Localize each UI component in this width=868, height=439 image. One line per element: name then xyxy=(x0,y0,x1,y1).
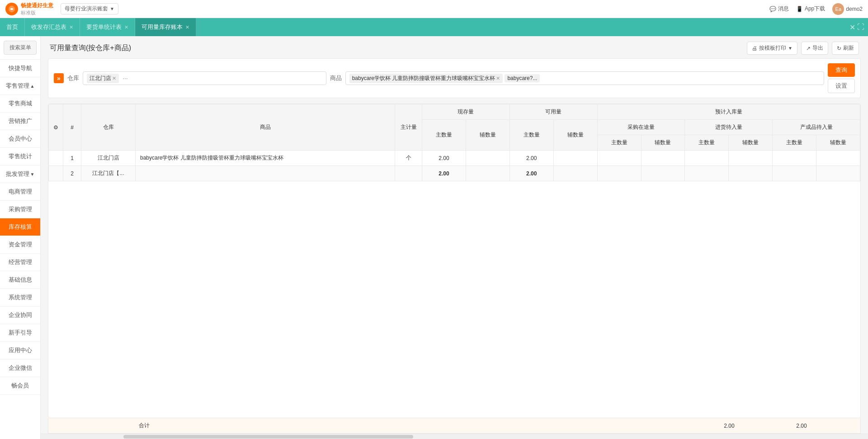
sidebar-item-inventory[interactable]: 库存核算 xyxy=(0,218,40,236)
row2-current-main: 2.00 xyxy=(422,166,466,181)
export-button[interactable]: ↗ 导出 xyxy=(801,42,828,55)
sidebar-item-finance[interactable]: 资金管理 xyxy=(0,236,40,254)
th-gear[interactable]: ⚙ xyxy=(49,104,63,151)
message-action[interactable]: 💬 消息 xyxy=(769,5,789,13)
main-layout: 搜索菜单 快捷导航 零售管理 ▲ 零售商城 营销推广 会员中心 零售统计 批发管… xyxy=(0,36,868,439)
sidebar-item-app-center[interactable]: 应用中心 xyxy=(0,342,40,359)
th-purchase-transit-aux: 辅数量 xyxy=(641,135,685,151)
product-tag-1-text: babycare学饮杯 儿童防摔防撞吸管杯重力球吸嘴杯宝宝水杯 xyxy=(352,75,495,82)
summary-row: 合计 2.00 2.00 xyxy=(48,418,861,434)
table-container: ⚙ # 仓库 商品 主计量 现存量 可用量 预计入库量 主数量 辅数量 主数量 xyxy=(48,104,861,418)
product-tag-2-text: babycare?... xyxy=(507,75,537,81)
th-available-main: 主数量 xyxy=(509,120,553,151)
th-incoming-group: 进货待入量 xyxy=(685,120,773,135)
summary-label: 合计 xyxy=(139,422,684,430)
sidebar-item-retail-mgmt[interactable]: 零售管理 ▲ xyxy=(0,77,40,95)
tab-order-stats[interactable]: 要货单统计表 ✕ xyxy=(80,18,135,36)
avatar: Ea xyxy=(832,3,844,15)
sidebar-item-retail-stats[interactable]: 零售统计 xyxy=(0,148,40,165)
app-download-label: App下载 xyxy=(805,5,825,13)
close-all-tabs-icon[interactable]: ✕ xyxy=(849,23,855,32)
warehouse-tag: 江北门店 ✕ xyxy=(87,74,119,83)
sidebar-item-wholesale-mgmt[interactable]: 批发管理 ▼ xyxy=(0,165,40,183)
warehouse-filter-input[interactable]: 江北门店 ✕ ··· xyxy=(83,71,326,85)
product-tag-1-close[interactable]: ✕ xyxy=(496,76,500,81)
refresh-button[interactable]: ↻ 刷新 xyxy=(832,42,859,55)
row1-production-aux xyxy=(816,151,860,166)
page-header: 可用量查询(按仓库+商品) 🖨 按模板打印 ▼ ↗ 导出 ↻ 刷新 xyxy=(41,36,868,58)
print-template-button[interactable]: 🖨 按模板打印 ▼ xyxy=(747,42,797,55)
row2-incoming-aux xyxy=(729,166,773,181)
sidebar-item-basic-info[interactable]: 基础信息 xyxy=(0,271,40,289)
row2-current-aux xyxy=(466,166,509,181)
tab-available-inventory[interactable]: 可用量库存账本 ✕ xyxy=(135,18,196,36)
row2-purchase-main xyxy=(597,166,641,181)
sidebar-item-enterprise-wechat[interactable]: 企业微信 xyxy=(0,359,40,377)
product-filter-input[interactable]: babycare学饮杯 儿童防摔防撞吸管杯重力球吸嘴杯宝宝水杯 ✕ babyca… xyxy=(345,71,824,85)
warehouse-more-icon[interactable]: ··· xyxy=(123,75,128,82)
row2-gear[interactable] xyxy=(49,166,63,181)
th-purchase-transit-group: 采购在途量 xyxy=(597,120,685,135)
sidebar-item-sys-mgmt[interactable]: 系统管理 xyxy=(0,289,40,307)
sidebar-item-enterprise-collab[interactable]: 企业协同 xyxy=(0,307,40,324)
tabs-spacer xyxy=(196,18,846,36)
sidebar-item-member-center[interactable]: 会员中心 xyxy=(0,130,40,148)
sidebar-item-new-guide[interactable]: 新手引导 xyxy=(0,324,40,342)
refresh-label: 刷新 xyxy=(843,44,854,52)
tab-home[interactable]: 首页 xyxy=(0,18,25,36)
sidebar-item-quicknav[interactable]: 快捷导航 xyxy=(0,60,40,77)
th-available-aux: 辅数量 xyxy=(553,120,597,151)
row1-purchase-main xyxy=(597,151,641,166)
retail-mgmt-arrow-icon: ▲ xyxy=(30,84,35,89)
sidebar-item-marketing[interactable]: 营销推广 xyxy=(0,113,40,130)
query-button[interactable]: 查询 xyxy=(828,63,855,77)
top-bar: 畅捷通好生意 标准版 母婴行业演示账套 ▼ 💬 消息 📱 App下载 Ea de… xyxy=(0,0,868,18)
tab-receive-send-label: 收发存汇总表 xyxy=(31,23,66,31)
table-row: 1 江北门店 babycare学饮杯 儿童防摔防撞吸管杯重力球吸嘴杯宝宝水杯 个… xyxy=(49,151,860,166)
logo-text-area: 畅捷通好生意 标准版 xyxy=(21,2,53,16)
warehouse-filter-label: 仓库 xyxy=(67,74,79,82)
refresh-icon: ↻ xyxy=(837,45,841,52)
tab-receive-send-close[interactable]: ✕ xyxy=(69,24,73,30)
tab-available-inventory-label: 可用量库存账本 xyxy=(142,23,183,31)
gear-icon[interactable]: ⚙ xyxy=(53,124,58,131)
row1-gear[interactable] xyxy=(49,151,63,166)
filter-toggle-button[interactable]: » xyxy=(54,73,64,83)
sidebar-item-ecommerce[interactable]: 电商管理 xyxy=(0,183,40,201)
app-download-action[interactable]: 📱 App下载 xyxy=(796,5,825,13)
th-current-main: 主数量 xyxy=(422,120,466,151)
horizontal-scrollbar[interactable] xyxy=(41,434,868,439)
user-action[interactable]: Ea demo2 xyxy=(832,3,863,15)
scrollbar-thumb[interactable] xyxy=(123,435,413,439)
th-product: 商品 xyxy=(136,104,395,151)
row1-index: 1 xyxy=(63,151,81,166)
row2-warehouse: 江北门店【... xyxy=(81,166,136,181)
top-bar-right: 💬 消息 📱 App下载 Ea demo2 xyxy=(769,3,863,15)
sidebar-item-wholesale-label: 批发管理 xyxy=(6,170,29,178)
sidebar-item-retail-mgmt-label: 零售管理 xyxy=(6,82,29,90)
sidebar-search: 搜索菜单 xyxy=(0,36,40,60)
th-forecast-group: 预计入库量 xyxy=(597,104,860,120)
sidebar-item-purchase[interactable]: 采购管理 xyxy=(0,201,40,218)
fullscreen-icon[interactable]: ⛶ xyxy=(857,23,864,31)
row1-available-aux xyxy=(553,151,597,166)
row2-production-main xyxy=(773,166,816,181)
logo-icon xyxy=(5,3,18,15)
warehouse-tag-close[interactable]: ✕ xyxy=(112,76,116,81)
th-index: # xyxy=(63,104,81,151)
th-production-aux: 辅数量 xyxy=(816,135,860,151)
search-menu-button[interactable]: 搜索菜单 xyxy=(4,41,37,55)
industry-selector[interactable]: 母婴行业演示账套 ▼ xyxy=(61,3,118,14)
tab-available-inventory-close[interactable]: ✕ xyxy=(185,24,189,30)
sidebar-item-retail-mall[interactable]: 零售商城 xyxy=(0,95,40,113)
tab-receive-send[interactable]: 收发存汇总表 ✕ xyxy=(25,18,80,36)
message-label: 消息 xyxy=(778,5,789,13)
th-production-main: 主数量 xyxy=(773,135,816,151)
phone-icon: 📱 xyxy=(796,6,803,12)
tab-order-stats-close[interactable]: ✕ xyxy=(124,24,128,30)
sidebar-item-ops[interactable]: 经营管理 xyxy=(0,254,40,271)
product-tag-2: babycare?... xyxy=(505,74,540,82)
sidebar-item-member[interactable]: 畅会员 xyxy=(0,377,40,395)
settings-button[interactable]: 设置 xyxy=(828,79,855,93)
print-template-label: 按模板打印 xyxy=(759,44,786,52)
